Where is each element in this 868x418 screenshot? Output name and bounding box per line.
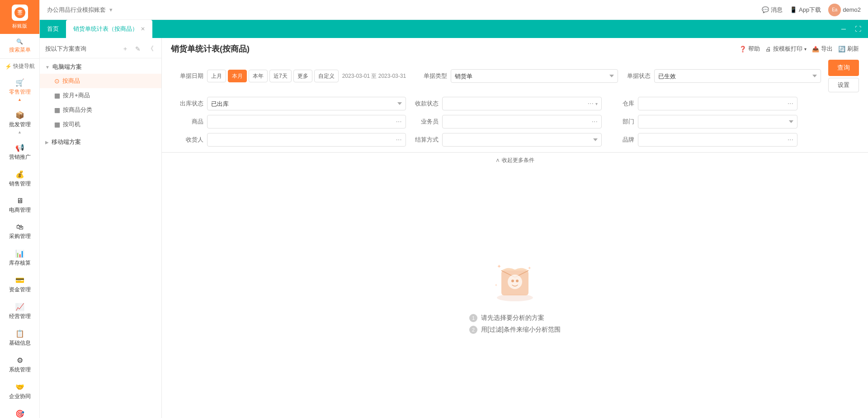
tree-item-by-vendor[interactable]: ▦ 按司机: [40, 117, 161, 132]
sidebar-item-cooperation[interactable]: 🤝 企业协同: [0, 378, 39, 405]
app-download-label: App下载: [799, 6, 821, 14]
tree-item-by-month-product[interactable]: ▦ 按月+商品: [40, 88, 161, 103]
sidebar-item-system[interactable]: ⚙ 系统管理: [0, 352, 39, 378]
date-btn-last-month[interactable]: 上月: [207, 70, 226, 82]
query-btn[interactable]: 查询: [828, 60, 859, 76]
sidebar-item-operations[interactable]: 📈 经营管理: [0, 298, 39, 325]
empty-texts: 1 请先选择要分析的方案 2 用[过滤]条件来缩小分析范围: [469, 314, 561, 334]
date-btn-more[interactable]: 更多: [293, 70, 312, 82]
svg-point-3: [508, 275, 522, 289]
filter-area: 单据日期 上月 本月 本年 近7天 更多 自定义 2023-03-01 至 20…: [162, 54, 868, 152]
app-download-btn[interactable]: 📱 App下载: [790, 6, 821, 14]
date-group: 上月 本月 本年 近7天 更多 自定义 2023-03-01 至 2023-03…: [207, 70, 415, 82]
payment-dropdown-icon[interactable]: ▾: [595, 101, 598, 106]
tree-group-mobile-header[interactable]: ▶ 移动端方案: [40, 135, 161, 149]
tree-item-by-category[interactable]: ▦ 按商品分类: [40, 103, 161, 117]
sidebar-item-basic[interactable]: 📋 基础信息: [0, 325, 39, 352]
sidebar-item-system-label: 系统管理: [9, 366, 31, 374]
date-btn-custom[interactable]: 自定义: [314, 70, 339, 82]
receiver-dots-icon[interactable]: ···: [396, 136, 401, 144]
sidebar-item-sales[interactable]: 💰 销售管理: [0, 166, 39, 192]
tree-group-mobile-label: 移动端方案: [52, 138, 81, 146]
sidebar-item-marketing[interactable]: 📢 营销推广: [0, 139, 39, 166]
tab-home[interactable]: 首页: [40, 20, 66, 38]
empty-num-1: 1: [469, 314, 477, 322]
date-btn-last-7-days[interactable]: 近7天: [269, 70, 292, 82]
filter-cell-staff: 业务员 ···: [406, 115, 602, 128]
filter-cell-payment-method: 结算方式: [406, 133, 602, 147]
marketing-icon: 📢: [15, 143, 24, 152]
settings-btn[interactable]: 设置: [828, 78, 859, 92]
status-select[interactable]: 已生效: [654, 69, 821, 83]
date-label: 单据日期: [171, 72, 207, 80]
tree-group-desktop-header[interactable]: ▼ 电脑端方案: [40, 60, 161, 74]
avatar: Ea: [828, 4, 841, 16]
sidebar-item-cooperation-label: 企业协同: [9, 393, 31, 400]
user-avatar-btn[interactable]: Ea demo2: [828, 4, 861, 16]
svg-point-5: [516, 280, 519, 282]
search-menu-label: 搜索菜单: [9, 46, 31, 54]
tab-minimize-btn[interactable]: ─: [837, 23, 850, 35]
sidebar-item-ecommerce[interactable]: 🖥 电商管理: [0, 192, 39, 218]
sidebar-item-basic-label: 基础信息: [9, 339, 31, 347]
status-label: 单据状态: [618, 72, 654, 80]
brand-dots-icon[interactable]: ···: [788, 136, 793, 144]
left-panel-header: 按以下方案查询 ＋ ✎ 《: [40, 38, 161, 58]
help-label: 帮助: [748, 45, 760, 53]
tab-sales-stats[interactable]: 销货单统计表（按商品） ✕: [66, 20, 152, 38]
message-icon: 💬: [762, 6, 769, 13]
finance-icon: 💳: [15, 276, 24, 285]
collapse-scheme-btn[interactable]: 《: [145, 43, 156, 54]
sidebar-item-wholesale[interactable]: 📦 批发管理 ▲: [0, 106, 39, 139]
help-btn[interactable]: ❓ 帮助: [739, 45, 760, 53]
quick-nav-icon: ⚡: [5, 63, 12, 70]
topbar: 办公用品行业模拟账套 ▾ 💬 消息 📱 App下载 Ea demo2: [40, 0, 868, 20]
sidebar-item-ecommerce-label: 电商管理: [9, 206, 31, 214]
receiver-label: 收货人: [171, 136, 207, 144]
quick-nav-item[interactable]: ⚡ 快捷导航: [0, 59, 39, 74]
edit-scheme-btn[interactable]: ✎: [132, 43, 143, 54]
svg-text:✦: ✦: [497, 263, 501, 270]
sidebar-item-guide[interactable]: 🎯 新手引导: [0, 405, 39, 418]
add-scheme-btn[interactable]: ＋: [120, 43, 131, 54]
sidebar-item-finance[interactable]: 💳 资金管理: [0, 271, 39, 298]
export-btn[interactable]: 📤 导出: [812, 45, 833, 53]
print-btn[interactable]: 🖨 按模板打印 ▾: [765, 45, 807, 53]
empty-state: ✦ ✦ ✦ 1 请先选择要分析的方案 2 用[过滤]条件来缩小分析范围: [162, 168, 868, 418]
staff-dots-icon[interactable]: ···: [592, 118, 598, 126]
refresh-btn[interactable]: 🔄 刷新: [838, 45, 859, 53]
tree-item-by-product[interactable]: ⊙ 按商品: [40, 74, 161, 88]
sidebar-item-retail[interactable]: 🛒 零售管理 ▲: [0, 74, 39, 106]
left-panel-icons: ＋ ✎ 《: [120, 43, 156, 54]
cooperation-icon: 🤝: [15, 383, 24, 391]
date-btn-this-month[interactable]: 本月: [228, 70, 247, 82]
svg-text:✦: ✦: [528, 266, 531, 271]
avatar-initials: Ea: [832, 7, 837, 12]
export-icon: 📤: [812, 46, 819, 52]
sidebar-item-inventory[interactable]: 📊 库存核算: [0, 245, 39, 271]
filter-cell-dept: 部门: [602, 115, 797, 128]
svg-point-4: [511, 280, 514, 282]
empty-text-1: 1 请先选择要分析的方案: [469, 314, 544, 322]
user-name: demo2: [843, 6, 861, 13]
page-header: 销货单统计表(按商品) ❓ 帮助 🖨 按模板打印 ▾ 📤: [162, 38, 868, 54]
warehouse-dots-icon[interactable]: ···: [788, 100, 793, 108]
date-btn-this-year[interactable]: 本年: [249, 70, 268, 82]
dept-select[interactable]: [638, 115, 797, 128]
query-btn-group: 查询 设置: [828, 60, 859, 92]
tab-expand-btn[interactable]: ⛶: [852, 23, 864, 35]
message-btn[interactable]: 💬 消息: [762, 6, 783, 14]
collapse-bar[interactable]: ∧ 收起更多条件: [162, 152, 868, 168]
topbar-right: 💬 消息 📱 App下载 Ea demo2: [762, 4, 861, 16]
tab-close-icon[interactable]: ✕: [141, 26, 145, 32]
type-label: 单据类型: [415, 72, 451, 80]
search-menu-item[interactable]: 🔍 搜索菜单: [0, 34, 39, 59]
dropdown-icon[interactable]: ▾: [109, 6, 113, 13]
product-dots-icon[interactable]: ···: [396, 118, 401, 126]
stock-select[interactable]: 已出库: [207, 97, 406, 110]
sidebar-item-purchase[interactable]: 🛍 采购管理: [0, 218, 39, 245]
payment-method-select[interactable]: [442, 133, 602, 147]
type-select[interactable]: 销货单: [451, 69, 618, 83]
payment-dots-icon[interactable]: ···: [588, 100, 594, 108]
filter-cell-warehouse: 仓库 ···: [602, 97, 797, 110]
